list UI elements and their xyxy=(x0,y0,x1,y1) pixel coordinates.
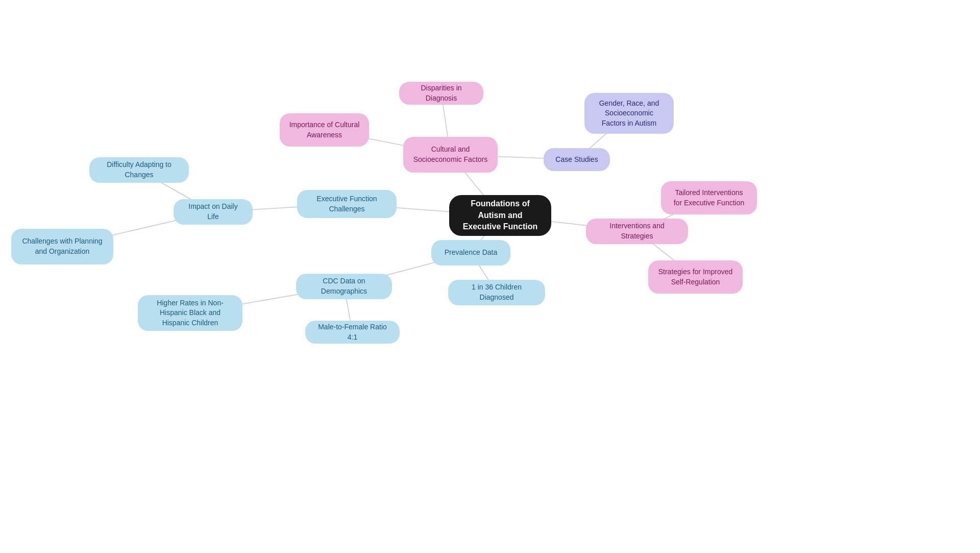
node-cultural-socioeconomic[interactable]: Cultural and Socioeconomic Factors xyxy=(403,137,498,173)
node-male-female[interactable]: Male-to-Female Ratio 4:1 xyxy=(305,321,400,344)
node-tailored-interventions[interactable]: Tailored Interventions for Executive Fun… xyxy=(661,181,757,214)
center-node[interactable]: Foundations of Autism and Executive Func… xyxy=(449,195,551,236)
node-executive-function[interactable]: Executive Function Challenges xyxy=(297,190,397,218)
node-cdc-data[interactable]: CDC Data on Demographics xyxy=(296,274,392,299)
node-strategies-self-reg[interactable]: Strategies for Improved Self-Regulation xyxy=(648,260,743,294)
node-higher-rates[interactable]: Higher Rates in Non-Hispanic Black and H… xyxy=(138,295,242,331)
node-gender-race[interactable]: Gender, Race, and Socioeconomic Factors … xyxy=(584,93,674,134)
node-prevalence-data[interactable]: Prevalence Data xyxy=(431,240,510,266)
node-challenges-planning[interactable]: Challenges with Planning and Organizatio… xyxy=(11,229,113,265)
node-disparities-diagnosis[interactable]: Disparities in Diagnosis xyxy=(399,82,483,105)
node-one-in-36[interactable]: 1 in 36 Children Diagnosed xyxy=(448,280,545,305)
node-case-studies[interactable]: Case Studies xyxy=(544,148,610,171)
node-interventions-strategies[interactable]: Interventions and Strategies xyxy=(586,219,688,244)
node-impact-daily[interactable]: Impact on Daily Life xyxy=(174,199,253,225)
node-importance-cultural[interactable]: Importance of Cultural Awareness xyxy=(280,113,369,147)
node-difficulty-adapting[interactable]: Difficulty Adapting to Changes xyxy=(89,157,189,183)
